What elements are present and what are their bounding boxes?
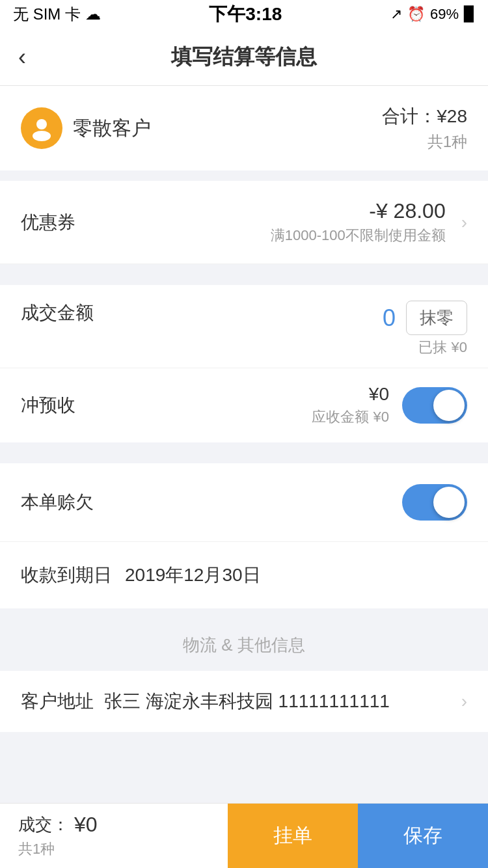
- bottom-bar: 成交： ¥0 共1种 挂单 保存: [0, 803, 488, 868]
- address-section[interactable]: 客户地址 张三 海淀永丰科技园 11111111111 ›: [0, 671, 488, 732]
- coupon-discount: -¥ 28.00: [271, 199, 446, 223]
- avatar: [21, 107, 62, 149]
- customer-name: 零散客户: [73, 115, 151, 142]
- coupon-row[interactable]: 优惠券 -¥ 28.00 满1000-100不限制使用金额 ›: [0, 181, 488, 264]
- status-left: 无 SIM 卡 ☁: [13, 4, 101, 25]
- svg-point-0: [36, 119, 47, 129]
- address-row[interactable]: 客户地址 张三 海淀永丰科技园 11111111111 ›: [0, 671, 488, 732]
- battery-icon: ▉: [464, 6, 475, 23]
- nav-bar: ‹ 填写结算等信息: [0, 29, 488, 86]
- status-right: ↗ ⏰ 69% ▉: [390, 6, 475, 23]
- coupon-label: 优惠券: [21, 210, 75, 235]
- debt-section: 本单赊欠 收款到期日 2019年12月30日: [0, 463, 488, 608]
- deal-label: 成交：: [18, 813, 69, 836]
- transaction-value: 0: [383, 305, 396, 332]
- logistics-header: 物流 & 其他信息: [0, 619, 488, 671]
- deal-amount: ¥0: [74, 813, 98, 837]
- prepay-amounts: ¥0 应收金额 ¥0: [312, 384, 389, 427]
- amount-right: 0 抹零: [383, 301, 467, 335]
- total-amount: 合计：¥28: [382, 104, 467, 129]
- transaction-section: 成交金额 0 抹零 已抹 ¥0 冲预收 ¥0 应收金额 ¥0: [0, 285, 488, 442]
- coupon-right: -¥ 28.00 满1000-100不限制使用金额: [271, 199, 446, 245]
- alarm-icon: ⏰: [407, 6, 425, 23]
- customer-total: 合计：¥28 共1种: [382, 104, 467, 152]
- save-button[interactable]: 保存: [358, 804, 488, 869]
- address-chevron-icon: ›: [461, 691, 467, 712]
- prepay-main-amount: ¥0: [312, 384, 389, 405]
- prepay-label: 冲预收: [21, 393, 75, 418]
- prepay-row: 冲预收 ¥0 应收金额 ¥0: [0, 368, 488, 442]
- status-time: 下午3:18: [209, 2, 282, 27]
- coupon-section[interactable]: 优惠券 -¥ 28.00 满1000-100不限制使用金额 ›: [0, 181, 488, 264]
- sim-status: 无 SIM 卡 ☁: [13, 4, 101, 25]
- prepay-toggle[interactable]: [402, 387, 467, 424]
- location-icon: ↗: [390, 6, 402, 23]
- bottom-summary: 成交： ¥0 共1种: [0, 813, 228, 859]
- prepay-right: ¥0 应收金额 ¥0: [312, 384, 467, 427]
- coupon-chevron-icon: ›: [461, 212, 467, 233]
- transaction-row: 成交金额 0 抹零 已抹 ¥0: [0, 285, 488, 368]
- coupon-desc: 满1000-100不限制使用金额: [271, 226, 446, 245]
- transaction-right: 0 抹零 已抹 ¥0: [383, 301, 467, 357]
- divider-1: [0, 275, 488, 285]
- bottom-spacer: [0, 742, 488, 807]
- debt-toggle[interactable]: [402, 484, 467, 521]
- coupon-value-area: -¥ 28.00 满1000-100不限制使用金额 ›: [271, 199, 467, 245]
- address-value: 张三 海淀永丰科技园 11111111111: [104, 689, 456, 714]
- customer-row: 零散客户 合计：¥28 共1种: [0, 86, 488, 170]
- debt-row: 本单赊欠: [0, 463, 488, 542]
- transaction-label: 成交金额: [21, 301, 94, 325]
- hang-button[interactable]: 挂单: [228, 804, 358, 869]
- debt-label: 本单赊欠: [21, 490, 94, 515]
- battery-text: 69%: [430, 6, 459, 23]
- address-label: 客户地址: [21, 689, 94, 714]
- toggle-knob: [433, 390, 465, 421]
- duedate-value: 2019年12月30日: [125, 563, 261, 588]
- page-title: 填写结算等信息: [171, 43, 317, 72]
- debt-toggle-knob: [433, 487, 465, 518]
- status-bar: 无 SIM 卡 ☁ 下午3:18 ↗ ⏰ 69% ▉: [0, 0, 488, 29]
- duedate-row: 收款到期日 2019年12月30日: [0, 542, 488, 608]
- logistics-title: 物流 & 其他信息: [183, 634, 305, 657]
- divider-2: [0, 453, 488, 463]
- bottom-count: 共1种: [18, 839, 210, 859]
- bottom-deal: 成交： ¥0: [18, 813, 210, 837]
- customer-section: 零散客户 合计：¥28 共1种: [0, 86, 488, 170]
- svg-point-1: [33, 131, 51, 141]
- prepay-sub-amount: 应收金额 ¥0: [312, 407, 389, 427]
- back-button[interactable]: ‹: [18, 44, 26, 71]
- total-count: 共1种: [382, 131, 467, 152]
- customer-left: 零散客户: [21, 107, 151, 149]
- round-button[interactable]: 抹零: [406, 301, 467, 335]
- duedate-label: 收款到期日: [21, 563, 112, 588]
- transaction-sub: 已抹 ¥0: [418, 338, 467, 357]
